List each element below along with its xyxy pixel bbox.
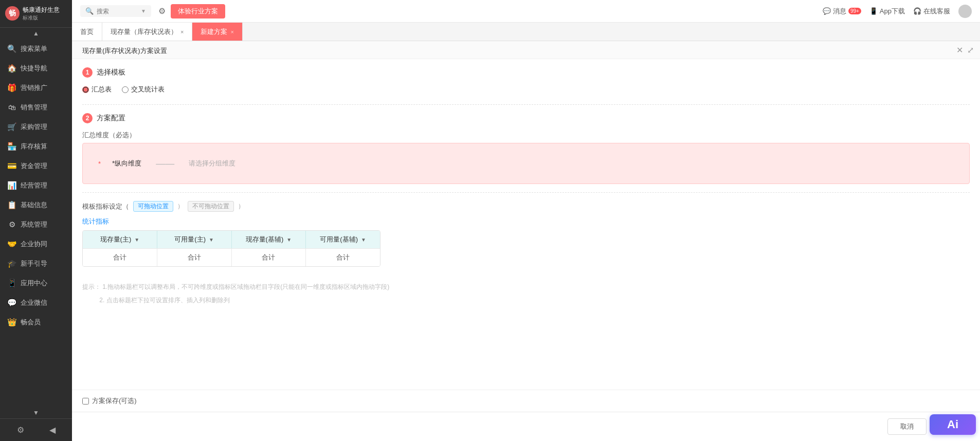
save-option-label: 方案保存(可选) — [92, 396, 137, 406]
sidebar-scroll-down[interactable]: ▼ — [0, 407, 72, 418]
close-panel-button[interactable]: ✕ — [956, 45, 963, 55]
sidebar-item-new_guide[interactable]: 🎓 新手引导 — [0, 254, 72, 273]
sidebar-item-basic_info[interactable]: 📋 基础信息 — [0, 195, 72, 215]
online-service-item[interactable]: 🎧 在线客服 — [913, 7, 950, 16]
section2-title: 2 方案配置 — [82, 113, 970, 123]
radio-cross[interactable]: 交叉统计表 — [122, 85, 165, 94]
sidebar-icon-purchase: 🛒 — [7, 122, 16, 132]
chevron-down-icon: ▼ — [134, 237, 139, 243]
sidebar-label-basic_info: 基础信息 — [21, 200, 47, 210]
sidebar-icon-finance: 💳 — [7, 161, 16, 171]
table-cell: 合计 — [83, 249, 157, 266]
tab-new-scheme[interactable]: 新建方案 × — [192, 23, 242, 41]
search-box[interactable]: 🔍 ▼ — [80, 5, 151, 17]
chevron-down-icon: ▼ — [209, 237, 214, 243]
ai-badge[interactable]: Ai — [930, 414, 976, 435]
stats-section-label: 统计指标 — [82, 217, 970, 226]
radio-summary-input[interactable] — [82, 86, 89, 93]
sidebar-item-app_center[interactable]: 📱 应用中心 — [0, 273, 72, 293]
tip-2: 2. 点击标题栏下拉可设置排序、插入列和删除列 — [82, 295, 970, 306]
sidebar-icon-marketing: 🎁 — [7, 83, 16, 93]
sidebar-icon-operations: 📊 — [7, 181, 16, 190]
settings-button[interactable]: ⚙ — [13, 423, 28, 437]
sidebar-icon-member: 👑 — [7, 318, 16, 327]
sidebar-item-inventory[interactable]: 🏪 库存核算 — [0, 137, 72, 156]
sidebar-label-purchase: 采购管理 — [21, 122, 47, 132]
tab-new-scheme-close[interactable]: × — [230, 29, 233, 35]
sidebar-label-marketing: 营销推广 — [21, 83, 47, 93]
sidebar-item-enterprise_wechat[interactable]: 💬 企业微信 — [0, 293, 72, 313]
sidebar-label-app_center: 应用中心 — [21, 279, 47, 288]
sidebar-item-search[interactable]: 🔍 搜索菜单 — [0, 39, 72, 59]
collapse-button[interactable]: ◀ — [45, 423, 60, 437]
sidebar-label-member: 畅会员 — [21, 318, 41, 327]
search-icon: 🔍 — [85, 7, 94, 15]
topbar: 🔍 ▼ ⚙ 体验行业方案 💬 消息 99+ 📱 App下载 🎧 在线客服 — [72, 0, 980, 23]
tab-inventory-status-label: 现存量（库存状况表） — [111, 27, 177, 36]
panel-controls: ✕ ⤢ — [956, 45, 974, 55]
sidebar-icon-sales: 🛍 — [7, 103, 16, 112]
table-header-cell[interactable]: 可用量(主)▼ — [157, 231, 232, 248]
non-draggable-badge: 不可拖动位置 — [188, 201, 234, 212]
indicator-settings-label: 模板指标设定（ 可拖动位置 ） 不可拖动位置 ） — [82, 201, 970, 212]
sidebar: 畅 畅康通好生意 标准版 ▲ 🔍 搜索菜单 🏠 快捷导航 🎁 营销推广 🛍 销售… — [0, 0, 72, 441]
sidebar-item-marketing[interactable]: 🎁 营销推广 — [0, 78, 72, 98]
summary-dimension-row: 汇总维度（必选） * *纵向维度 —— 请选择分组维度 — [82, 131, 970, 184]
gear-icon[interactable]: ⚙ — [158, 6, 166, 16]
dimension-placeholder: 请选择分组维度 — [189, 159, 235, 168]
tabbar: 首页 现存量（库存状况表） × 新建方案 × — [72, 23, 980, 41]
sidebar-logo: 畅 畅康通好生意 标准版 — [0, 0, 72, 28]
sidebar-icon-cooperation: 🤝 — [7, 240, 16, 249]
sidebar-label-quick_nav: 快捷导航 — [21, 64, 47, 73]
tab-home-label: 首页 — [80, 27, 94, 36]
sidebar-item-finance[interactable]: 💳 资金管理 — [0, 156, 72, 176]
sidebar-icon-search: 🔍 — [7, 44, 16, 53]
sidebar-scroll-up[interactable]: ▲ — [0, 28, 72, 39]
table-cell: 合计 — [232, 249, 306, 266]
sidebar-item-member[interactable]: 👑 畅会员 — [0, 313, 72, 332]
sidebar-label-operations: 经营管理 — [21, 181, 47, 190]
user-avatar[interactable] — [958, 5, 972, 18]
radio-summary[interactable]: 汇总表 — [82, 85, 112, 94]
tips-area: 提示： 1.拖动标题栏可以调整布局，不可跨维度或指标区域拖动栏目字段(只能在同一… — [82, 277, 970, 313]
main-area: 🔍 ▼ ⚙ 体验行业方案 💬 消息 99+ 📱 App下载 🎧 在线客服 — [72, 0, 980, 441]
sidebar-label-inventory: 库存核算 — [21, 142, 47, 151]
panel-header: 现存量(库存状况表)方案设置 — [72, 41, 980, 59]
form-body: 1 选择模板 汇总表 交叉统计表 2 — [72, 59, 980, 390]
section-scheme-config: 2 方案配置 汇总维度（必选） * *纵向维度 —— 请选择分组维度 — [82, 113, 970, 313]
expand-panel-button[interactable]: ⤢ — [967, 45, 974, 55]
table-header-cell[interactable]: 现存量(主)▼ — [83, 231, 157, 248]
sidebar-icon-quick_nav: 🏠 — [7, 64, 16, 73]
cancel-button[interactable]: 取消 — [887, 418, 927, 435]
tab-home[interactable]: 首页 — [72, 23, 102, 41]
section1-title: 1 选择模板 — [82, 67, 970, 78]
table-header-cell[interactable]: 可用量(基辅)▼ — [306, 231, 380, 248]
search-input[interactable] — [97, 8, 138, 15]
sidebar-item-purchase[interactable]: 🛒 采购管理 — [0, 117, 72, 137]
tab-inventory-status[interactable]: 现存量（库存状况表） × — [102, 23, 192, 41]
radio-cross-input[interactable] — [122, 86, 129, 93]
sidebar-item-quick_nav[interactable]: 🏠 快捷导航 — [0, 59, 72, 78]
table-cell: 合计 — [157, 249, 232, 266]
sidebar-icon-new_guide: 🎓 — [7, 259, 16, 268]
required-star: * — [98, 160, 101, 168]
sidebar-icon-app_center: 📱 — [7, 279, 16, 288]
dimension-arrow: —— — [156, 158, 174, 169]
sidebar-item-cooperation[interactable]: 🤝 企业协同 — [0, 234, 72, 254]
sidebar-item-system[interactable]: ⚙ 系统管理 — [0, 215, 72, 234]
radio-cross-label: 交叉统计表 — [131, 85, 165, 94]
sidebar-item-sales[interactable]: 🛍 销售管理 — [0, 98, 72, 117]
save-checkbox[interactable] — [82, 398, 89, 405]
message-icon: 💬 — [823, 7, 831, 15]
sidebar-label-new_guide: 新手引导 — [21, 259, 47, 268]
draggable-badge: 可拖动位置 — [133, 201, 173, 212]
table-header-cell[interactable]: 现存量(基辅)▼ — [232, 231, 306, 248]
app-download-item[interactable]: 📱 App下载 — [869, 7, 905, 16]
indicator-settings: 模板指标设定（ 可拖动位置 ） 不可拖动位置 ） 统计指标 — [82, 201, 970, 313]
trial-button[interactable]: 体验行业方案 — [171, 4, 225, 19]
tab-inventory-status-close[interactable]: × — [180, 29, 184, 35]
sidebar-bottom: ⚙ ◀ — [0, 418, 72, 441]
message-item[interactable]: 💬 消息 99+ — [823, 7, 861, 16]
sidebar-item-operations[interactable]: 📊 经营管理 — [0, 176, 72, 195]
chevron-down-icon[interactable]: ▼ — [141, 8, 146, 14]
